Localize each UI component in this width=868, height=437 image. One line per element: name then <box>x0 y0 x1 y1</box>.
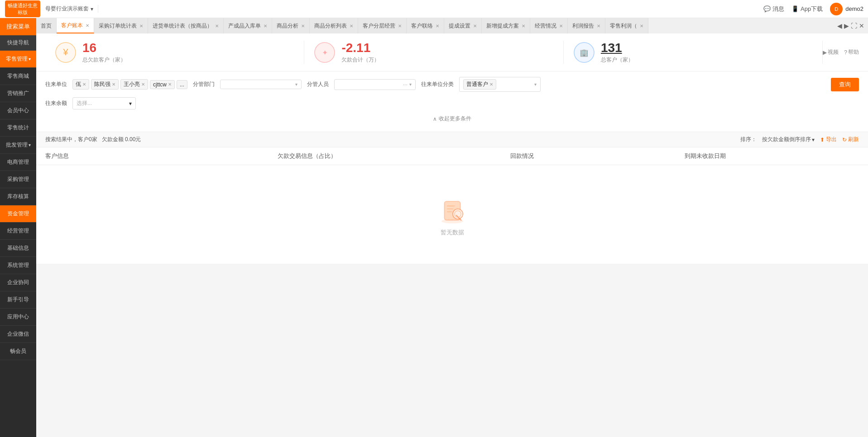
help-link[interactable]: ? 帮助 <box>844 48 859 56</box>
sidebar-item-capital-mgmt[interactable]: 资金管理 <box>0 205 36 223</box>
sidebar-item-app-center[interactable]: 应用中心 <box>0 309 36 326</box>
stat-total-customers: ¥ 16 总欠款客户（家） <box>45 41 304 64</box>
tab-profit-report[interactable]: 利润报告 ✕ <box>568 18 605 33</box>
tab-close-customer-layer[interactable]: ✕ <box>398 24 402 28</box>
unit-tag-0[interactable]: 佤 ✕ <box>72 79 89 90</box>
tab-next-icon[interactable]: ▶ <box>844 22 849 29</box>
unit-class-tag-0[interactable]: 普通客户 ✕ <box>463 79 496 90</box>
sidebar-item-vip-member[interactable]: 畅会员 <box>0 343 36 360</box>
tab-product-analysis[interactable]: 商品分析 ✕ <box>272 18 310 33</box>
sidebar-item-enterprise-wechat[interactable]: 企业微信 <box>0 326 36 343</box>
tab-close-purchase-order[interactable]: ✕ <box>139 24 143 28</box>
sidebar-item-search-menu[interactable]: 搜索菜单 <box>0 18 36 35</box>
unit-class-select[interactable]: 普通客户 ✕ ▾ <box>459 77 541 92</box>
sidebar-item-basic-info[interactable]: 基础信息 <box>0 240 36 257</box>
result-bar: 搜索结果中，客户0家 欠款金额 0.00元 排序： 按欠款金额倒序排序 ▾ ⬆ … <box>36 132 868 147</box>
tab-close-retail-profit[interactable]: ✕ <box>640 24 643 28</box>
dept-label: 分管部门 <box>193 81 215 88</box>
col-due-date: 到期未收款日期 <box>685 152 859 160</box>
unit-tag-1-close[interactable]: ✕ <box>112 82 115 87</box>
tab-close-product-instock[interactable]: ✕ <box>264 24 267 28</box>
person-select-dots: ··· <box>403 81 408 88</box>
collapse-button[interactable]: ∧ 收起更多条件 <box>433 115 471 123</box>
tab-close-product-analysis-list[interactable]: ✕ <box>350 24 353 28</box>
stat-info-customers: 16 总欠款客户（家） <box>82 41 126 64</box>
dept-select[interactable]: ▾ <box>220 80 302 89</box>
tab-bar: 首页 客户账本 ✕ 采购订单统计表 ✕ 进货单统计表（按商品） ✕ 产成品入库单… <box>36 18 868 33</box>
filter-row-1: 往来单位 佤 ✕ 陈民强 ✕ 王小亮 ✕ cjttcw ✕ <box>45 77 859 92</box>
user-menu[interactable]: D demo2 <box>830 3 863 15</box>
empty-text: 暂无数据 <box>441 228 464 237</box>
tab-product-instock[interactable]: 产成品入库单 ✕ <box>224 18 272 33</box>
sidebar-item-retail-stats[interactable]: 零售统计 <box>0 119 36 137</box>
person-select[interactable]: ··· ▾ <box>334 79 416 90</box>
sidebar-item-new-guide[interactable]: 新手引导 <box>0 291 36 309</box>
sort-value[interactable]: 按欠款金额倒序排序 ▾ <box>762 136 815 143</box>
tab-close-business-status[interactable]: ✕ <box>559 24 563 28</box>
stat-number-all-customers: 131 <box>601 41 633 55</box>
person-select-arrow: ▾ <box>409 82 412 87</box>
tab-purchase-order[interactable]: 采购订单统计表 ✕ <box>94 18 148 33</box>
unit-tag-more[interactable]: ... <box>177 80 187 89</box>
sidebar-item-retail-mgmt[interactable]: 零售管理 ▾ <box>0 51 36 68</box>
export-button[interactable]: ⬆ 导出 <box>820 136 837 143</box>
tab-customer-book[interactable]: 客户账本 ✕ <box>57 18 94 33</box>
unit-tag-1[interactable]: 陈民强 ✕ <box>91 79 119 90</box>
sidebar-item-purchase-mgmt[interactable]: 采购管理 <box>0 171 36 188</box>
sidebar-item-ecom-mgmt[interactable]: 电商管理 <box>0 154 36 171</box>
sidebar-item-marketing[interactable]: 营销推广 <box>0 85 36 102</box>
sidebar-item-biz-mgmt[interactable]: 经营管理 <box>0 223 36 240</box>
sidebar-item-retail-mall[interactable]: 零售商城 <box>0 68 36 85</box>
message-button[interactable]: 💬 消息 <box>763 5 784 13</box>
stat-info-debt: -2.11 欠款合计（万） <box>341 41 379 64</box>
sidebar-item-sys-mgmt[interactable]: 系统管理 <box>0 257 36 274</box>
tab-close-customer-book[interactable]: ✕ <box>86 23 89 28</box>
unit-tag-0-close[interactable]: ✕ <box>82 82 86 87</box>
stat-label-customers: 总欠款客户（家） <box>82 56 126 64</box>
tab-maximize-icon[interactable]: ⛶ <box>851 22 857 29</box>
tab-close-new-tips[interactable]: ✕ <box>522 24 525 28</box>
balance-placeholder: 选择... <box>77 100 127 107</box>
tab-business-status[interactable]: 经营情况 ✕ <box>530 18 568 33</box>
refresh-button[interactable]: ↻ 刷新 <box>842 136 859 143</box>
top-bar: 畅捷通好生意 标版 母婴行业演示账套 ▾ 💬 消息 📱 App下载 D demo… <box>0 0 868 18</box>
tab-home[interactable]: 首页 <box>36 18 57 33</box>
sidebar-item-quick-nav[interactable]: 快捷导航 <box>0 35 36 51</box>
tab-product-analysis-list[interactable]: 商品分析列表 ✕ <box>310 18 358 33</box>
tab-prev-icon[interactable]: ◀ <box>837 22 842 29</box>
tab-instock-stat[interactable]: 进货单统计表（按商品） ✕ <box>148 18 224 33</box>
tab-close-instock-stat[interactable]: ✕ <box>215 24 219 28</box>
unit-tag-2-close[interactable]: ✕ <box>141 82 145 87</box>
tab-customer-contact[interactable]: 客户联络 ✕ <box>407 18 444 33</box>
unit-tag-3-close[interactable]: ✕ <box>168 82 172 87</box>
refresh-icon: ↻ <box>842 137 847 143</box>
dept-select-arrow: ▾ <box>295 82 297 87</box>
export-icon: ⬆ <box>820 137 825 143</box>
stat-right-links: ▶ 视频 ? 帮助 <box>823 48 859 56</box>
tab-customer-layer[interactable]: 客户分层经营 ✕ <box>358 18 407 33</box>
query-button[interactable]: 查询 <box>831 78 859 91</box>
chevron-icon2: ▾ <box>29 142 31 147</box>
sidebar-item-enterprise[interactable]: 企业协同 <box>0 274 36 291</box>
account-selector[interactable]: 母婴行业演示账套 ▾ <box>41 5 98 13</box>
balance-select[interactable]: 选择... ▾ <box>72 97 136 109</box>
tab-close-customer-contact[interactable]: ✕ <box>436 24 439 28</box>
sidebar-item-member-center[interactable]: 会员中心 <box>0 102 36 119</box>
unit-tag-2[interactable]: 王小亮 ✕ <box>120 79 148 90</box>
tab-retail-profit[interactable]: 零售利润（ ✕ <box>605 18 648 33</box>
unit-class-tag-0-close[interactable]: ✕ <box>489 82 493 87</box>
sidebar-item-inventory[interactable]: 库存核算 <box>0 188 36 205</box>
empty-icon <box>434 192 470 228</box>
tab-close-profit-report[interactable]: ✕ <box>597 24 600 28</box>
logo-area: 畅捷通好生意 标版 <box>5 0 41 17</box>
tab-close-tips-settings[interactable]: ✕ <box>473 24 477 28</box>
app-download-button[interactable]: 📱 App下载 <box>791 5 823 13</box>
tab-new-tips[interactable]: 新增提成方案 ✕ <box>482 18 530 33</box>
sidebar-item-wholesale-mgmt[interactable]: 批发管理 ▾ <box>0 137 36 154</box>
tab-tips-settings[interactable]: 提成设置 ✕ <box>444 18 482 33</box>
tab-close-all-icon[interactable]: ✕ <box>859 22 864 29</box>
tab-close-product-analysis[interactable]: ✕ <box>301 24 305 28</box>
video-link[interactable]: ▶ 视频 <box>823 48 839 56</box>
result-summary: 搜索结果中，客户0家 欠款金额 0.00元 <box>45 136 141 143</box>
unit-tag-3[interactable]: cjttcw ✕ <box>150 80 175 89</box>
